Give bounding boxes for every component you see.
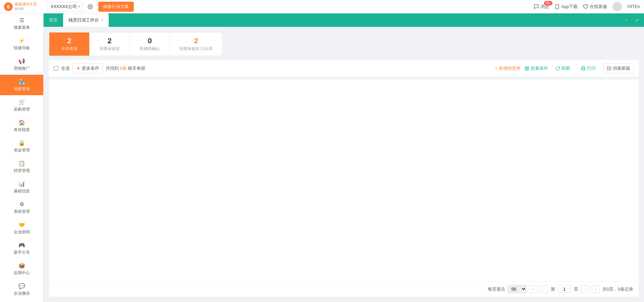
online-service-label: 在线客服 bbox=[590, 4, 607, 10]
page-prefix: 第 bbox=[551, 286, 555, 292]
sidebar-icon-search-menu: ☰ bbox=[18, 17, 25, 23]
filter-btn[interactable]: ▼ 更多条件 bbox=[72, 63, 103, 73]
company-name: XXXXXX公司 bbox=[51, 4, 77, 10]
sidebar-icon-fund-mgmt: 🔒 bbox=[18, 139, 25, 146]
found-count: 0条 bbox=[120, 66, 127, 71]
username: OfTEn bbox=[627, 4, 640, 9]
sidebar-item-sys-mgmt[interactable]: ⚙ 系统管理 bbox=[0, 197, 43, 218]
stat-card-0[interactable]: 2 全部单据 bbox=[49, 33, 90, 56]
switch-label: 切换新版 bbox=[613, 65, 630, 71]
sidebar-label-search-menu: 搜索菜单 bbox=[14, 25, 30, 31]
pagination-bar: 每页显示 50 100 200 « ‹ 第 页 › » 共0页，0条记录 bbox=[49, 281, 639, 297]
sidebar-item-enterprise[interactable]: 🤝 企业协同 bbox=[0, 218, 43, 238]
select-all-label: 全选 bbox=[61, 65, 70, 71]
maximize-tab-btn[interactable]: ⤢ bbox=[633, 16, 641, 24]
sidebar-item-vip[interactable]: ▽ 畅会员 bbox=[0, 300, 43, 302]
tab-home[interactable]: 首页 bbox=[44, 13, 63, 27]
page-content: 2 全部单据 2 到期未收款 0 旺铺待确认 2 到期未收款 已出库 全选 ▼ … bbox=[44, 27, 644, 302]
logo-sub: 标准版 bbox=[15, 7, 37, 11]
sidebar-item-purchase-mgmt[interactable]: 🛒 采购管理 bbox=[0, 95, 43, 116]
sidebar-icon-biz-mgmt: 📋 bbox=[18, 160, 25, 167]
sidebar-icon-quick-nav: ⚡ bbox=[18, 37, 25, 44]
page-num-input[interactable] bbox=[558, 286, 571, 293]
sidebar: ☰ 搜索菜单 ⚡ 快捷导航 📢 营销推广 🏪 销售管理 🛒 采购管理 🏠 库存核… bbox=[0, 13, 44, 302]
found-text: 共找到 0条 相关单据 bbox=[106, 65, 145, 71]
next-page-btn[interactable]: › bbox=[581, 285, 589, 293]
sidebar-icon-app-center: 📦 bbox=[18, 262, 25, 269]
sidebar-item-biz-mgmt[interactable]: 📋 经营管理 bbox=[0, 157, 43, 177]
sidebar-icon-marketing: 📢 bbox=[18, 58, 25, 64]
filter-label: 更多条件 bbox=[82, 65, 99, 71]
online-service-btn[interactable]: 在线客服 bbox=[583, 4, 607, 10]
page-suffix: 页 bbox=[574, 286, 578, 292]
sidebar-item-inventory[interactable]: 🏠 库存核算 bbox=[0, 116, 43, 136]
sidebar-item-sales-mgmt[interactable]: 🏪 销售管理 bbox=[0, 75, 43, 95]
sidebar-item-marketing[interactable]: 📢 营销推广 bbox=[0, 54, 43, 75]
app-download-btn[interactable]: App下载 bbox=[554, 4, 578, 10]
stat-card-3[interactable]: 2 到期未收款 已出库 bbox=[170, 33, 222, 56]
minimize-tab-btn[interactable]: － bbox=[623, 16, 631, 24]
sidebar-item-new-guide[interactable]: 🎮 新手引导 bbox=[0, 238, 43, 259]
stat-card-2[interactable]: 0 旺铺待确认 bbox=[130, 33, 170, 56]
filter-icon: ▼ bbox=[76, 66, 80, 71]
industry-btn[interactable]: 体验行业方案 bbox=[98, 2, 134, 12]
sidebar-label-enterprise: 企业协同 bbox=[14, 229, 30, 235]
svg-rect-7 bbox=[582, 69, 585, 70]
sidebar-item-fund-mgmt[interactable]: 🔒 资金管理 bbox=[0, 136, 43, 157]
sidebar-icon-inventory: 🏠 bbox=[18, 119, 25, 126]
tab-bar-actions: － ⤢ bbox=[623, 16, 644, 24]
per-page-select[interactable]: 50 100 200 bbox=[508, 285, 527, 293]
sidebar-item-quick-nav[interactable]: ⚡ 快捷导航 bbox=[0, 34, 43, 54]
sidebar-label-sys-mgmt: 系统管理 bbox=[14, 209, 30, 215]
select-all-checkbox[interactable] bbox=[54, 66, 58, 71]
svg-rect-5 bbox=[527, 69, 529, 70]
tab-cashflow[interactable]: 钱货日清工作台 × bbox=[63, 13, 109, 27]
sidebar-label-app-center: 应用中心 bbox=[14, 270, 30, 276]
message-btn[interactable]: 消息 99+ bbox=[534, 4, 549, 10]
company-dropdown-arrow: ▾ bbox=[78, 5, 80, 8]
sidebar-icon-base-info: 📊 bbox=[18, 180, 25, 187]
sidebar-item-base-info[interactable]: 📊 基础信息 bbox=[0, 177, 43, 197]
batch-btn[interactable]: 批量操作 bbox=[525, 65, 548, 71]
refresh-btn[interactable]: 刷新 bbox=[552, 64, 574, 73]
top-right: 消息 99+ App下载 在线客服 OfTEn bbox=[534, 2, 640, 11]
sidebar-item-search-menu[interactable]: ☰ 搜索菜单 bbox=[0, 13, 43, 34]
sidebar-item-enterprise-wx[interactable]: 💬 企业微信 bbox=[0, 279, 43, 300]
top-bar: 6 畅捷通好生意 标准版 XXXXXX公司 ▾ 体验行业方案 消息 99+ Ap… bbox=[0, 0, 644, 13]
main-layout: ☰ 搜索菜单 ⚡ 快捷导航 📢 营销推广 🏪 销售管理 🛒 采购管理 🏠 库存核… bbox=[0, 13, 644, 302]
stat-num-1: 2 bbox=[99, 37, 120, 45]
stat-num-2: 0 bbox=[139, 37, 160, 45]
print-btn[interactable]: 打印 bbox=[578, 64, 599, 73]
sidebar-label-fund-mgmt: 资金管理 bbox=[14, 147, 30, 153]
svg-rect-4 bbox=[527, 67, 529, 68]
settings-icon[interactable] bbox=[86, 2, 95, 11]
add-sales-btn[interactable]: + 新增销货单 bbox=[495, 65, 521, 71]
sidebar-label-enterprise-wx: 企业微信 bbox=[14, 291, 30, 296]
stats-row: 2 全部单据 2 到期未收款 0 旺铺待确认 2 到期未收款 已出库 bbox=[49, 32, 222, 56]
sidebar-label-base-info: 基础信息 bbox=[14, 188, 30, 194]
last-page-btn[interactable]: » bbox=[592, 285, 600, 293]
tab-bar: 首页 钱货日清工作台 × － ⤢ bbox=[44, 13, 644, 27]
company-selector[interactable]: XXXXXX公司 ▾ bbox=[48, 2, 83, 11]
sidebar-label-marketing: 营销推广 bbox=[14, 66, 30, 71]
switch-new-btn[interactable]: 切换新版 bbox=[603, 63, 634, 73]
sidebar-label-biz-mgmt: 经营管理 bbox=[14, 168, 30, 174]
sidebar-icon-enterprise-wx: 💬 bbox=[18, 283, 25, 289]
toolbar-right: + 新增销货单 批量操作 刷新 打印 切换新版 bbox=[495, 63, 634, 73]
sidebar-item-app-center[interactable]: 📦 应用中心 bbox=[0, 259, 43, 279]
close-tab-icon[interactable]: × bbox=[101, 18, 103, 22]
stat-card-1[interactable]: 2 到期未收款 bbox=[90, 33, 130, 56]
logo-text: 畅捷通好生意 bbox=[15, 2, 37, 6]
avatar[interactable] bbox=[612, 2, 622, 11]
content-area: 首页 钱货日清工作台 × － ⤢ 2 全部单据 2 到期未收款 0 旺铺待确认 … bbox=[44, 13, 644, 302]
print-label: 打印 bbox=[587, 65, 596, 71]
stat-num-3: 2 bbox=[179, 37, 213, 45]
app-download-label: App下载 bbox=[561, 4, 578, 10]
stat-num-0: 2 bbox=[59, 37, 80, 45]
svg-rect-6 bbox=[525, 69, 527, 70]
first-page-btn[interactable]: « bbox=[529, 285, 537, 293]
sidebar-icon-purchase-mgmt: 🛒 bbox=[18, 99, 25, 105]
logo-text-group: 畅捷通好生意 标准版 bbox=[15, 2, 37, 11]
prev-page-btn[interactable]: ‹ bbox=[540, 285, 548, 293]
sidebar-label-new-guide: 新手引导 bbox=[14, 250, 30, 255]
